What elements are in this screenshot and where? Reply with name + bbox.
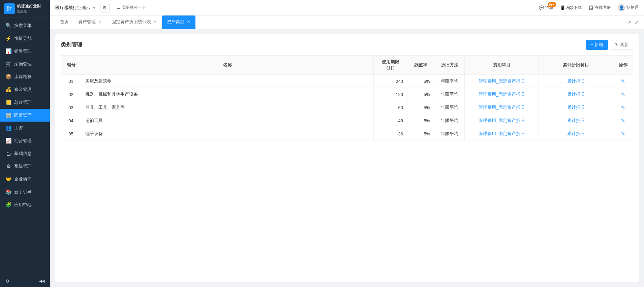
edit-btn-0[interactable]: ✎ [621, 78, 625, 84]
tab-depreciation-table[interactable]: 固定资产折旧统计表 ✕ [107, 15, 162, 29]
edit-btn-4[interactable]: ✎ [621, 131, 625, 136]
tab-close-all-icon[interactable]: ✕ [628, 20, 632, 25]
cell-name-1: 机器、机械和其他生产设备 [81, 88, 374, 101]
refresh-button[interactable]: ↻ 刷新 [611, 40, 633, 50]
sidebar-item-基础信息[interactable]: 🗂 基础信息 [0, 147, 50, 160]
refresh-icon: ↻ [615, 42, 619, 47]
sidebar-label-6: 总账管理 [14, 99, 32, 105]
cell-code-3: 04 [61, 114, 81, 127]
sidebar-item-资金管理[interactable]: 💰 资金管理 [0, 83, 50, 96]
tab-home[interactable]: 首页 [55, 15, 73, 29]
sidebar-label-5: 资金管理 [14, 87, 32, 93]
new-button[interactable]: + 新增 [586, 40, 608, 50]
col-header-action: 操作 [613, 56, 633, 75]
sidebar-label-12: 企业协同 [14, 176, 32, 182]
cell-expense-1: 管理费用_固定资产折旧 [465, 88, 539, 101]
col-header-code: 编号 [61, 56, 81, 75]
user-profile-btn[interactable]: 👤 畅捷通 [618, 4, 639, 11]
content-area: 类别管理 + 新增 ↻ 刷新 编号 名称 使用期限（月） 残值率 [50, 29, 644, 287]
sidebar-icon-9: 📈 [5, 138, 11, 144]
page-header: 类别管理 + 新增 ↻ 刷新 [61, 40, 633, 50]
cell-code-2: 03 [61, 101, 81, 114]
table-row: 02 机器、机械和其他生产设备 120 5% 年限平均 管理费用_固定资产折旧 … [61, 88, 633, 101]
col-header-accum: 累计折旧科目 [539, 56, 613, 75]
sidebar-item-固定资产[interactable]: 🏢 固定资产 [0, 109, 50, 122]
cell-period-4: 36 [374, 127, 407, 140]
cell-method-1: 年限平均 [434, 88, 465, 101]
sidebar-label-0: 搜索菜单 [14, 23, 32, 29]
sidebar-icon-10: 🗂 [5, 151, 11, 157]
tab-asset-management-label: 资产管理 [78, 19, 96, 25]
tab-asset-type[interactable]: 资产类型 ✕ [162, 15, 195, 29]
sidebar-item-经营管理[interactable]: 📈 经营管理 [0, 134, 50, 147]
tab-asset-management-close[interactable]: ✕ [98, 19, 102, 24]
cell-accum-0: 累计折旧 [539, 75, 613, 88]
col-header-period: 使用期限（月） [374, 56, 407, 75]
table-row: 01 房屋及建筑物 240 5% 年限平均 管理费用_固定资产折旧 累计折旧 ✎ [61, 75, 633, 88]
sidebar-icon-11: ⚙ [5, 163, 11, 169]
sidebar-footer: ⚙ ◀◀ [0, 275, 50, 287]
cell-period-3: 48 [374, 114, 407, 127]
cell-residual-1: 5% [407, 88, 434, 101]
edit-btn-2[interactable]: ✎ [621, 105, 625, 110]
logo-badge: 普及版 [17, 9, 41, 14]
tab-expand-icon[interactable]: ⤢ [635, 20, 639, 25]
sidebar-item-应用中心[interactable]: 🧩 应用中心 [0, 198, 50, 211]
cell-accum-3: 累计折旧 [539, 114, 613, 127]
sidebar-item-总账管理[interactable]: 📒 总账管理 [0, 96, 50, 109]
tab-asset-type-close[interactable]: ✕ [186, 19, 191, 24]
collapse-icon[interactable]: ◀◀ [39, 279, 44, 283]
sidebar-icon-4: 📦 [5, 74, 11, 80]
tab-home-label: 首页 [60, 19, 69, 25]
col-header-name: 名称 [81, 56, 374, 75]
sidebar-icon-5: 💰 [5, 87, 11, 93]
sidebar-item-工资[interactable]: 👥 工资 [0, 122, 50, 134]
tab-asset-management[interactable]: 资产管理 ✕ [73, 15, 107, 29]
module-selector[interactable]: 医疗器械行业演示 ▼ [55, 5, 96, 11]
sidebar-label-7: 固定资产 [14, 112, 32, 118]
mobile-icon: 📱 [560, 5, 565, 10]
experience-btn[interactable]: ☁ 我要体验一下 [116, 5, 146, 10]
tabs-bar: 首页 资产管理 ✕ 固定资产折旧统计表 ✕ 资产类型 ✕ ✕ ⤢ [50, 15, 644, 29]
settings-icon[interactable]: ⚙ [5, 279, 9, 284]
cell-action-4: ✎ [613, 127, 633, 140]
sidebar-item-搜索菜单[interactable]: 🔍 搜索菜单 [0, 19, 50, 32]
username-label: 畅捷通 [626, 5, 639, 10]
sidebar-item-快捷导航[interactable]: ⚡ 快捷导航 [0, 32, 50, 45]
cell-residual-4: 5% [407, 127, 434, 140]
cell-code-1: 02 [61, 88, 81, 101]
messages-btn[interactable]: 💬 消息 99+ [539, 5, 553, 10]
cell-residual-3: 5% [407, 114, 434, 127]
module-dropdown-arrow: ▼ [92, 6, 96, 10]
tab-depreciation-table-close[interactable]: ✕ [153, 19, 157, 24]
app-download-btn[interactable]: 📱 App下载 [560, 5, 582, 10]
sidebar-item-新手引导[interactable]: 📚 新手引导 [0, 186, 50, 198]
tabs-right-actions: ✕ ⤢ [628, 20, 639, 25]
cell-action-2: ✎ [613, 101, 633, 114]
cell-action-0: ✎ [613, 75, 633, 88]
sidebar-icon-14: 🧩 [5, 202, 11, 208]
cell-period-2: 60 [374, 101, 407, 114]
sidebar-icon-2: 📊 [5, 48, 11, 54]
sidebar-item-采购管理[interactable]: 🛒 采购管理 [0, 58, 50, 70]
sidebar-icon-6: 📒 [5, 99, 11, 105]
logo-title: 畅捷通好业财 [17, 4, 41, 9]
sidebar-item-系统管理[interactable]: ⚙ 系统管理 [0, 160, 50, 173]
cell-expense-3: 管理费用_固定资产折旧 [465, 114, 539, 127]
sidebar-item-库存核算[interactable]: 📦 库存核算 [0, 70, 50, 83]
sidebar-item-企业协同[interactable]: 🤝 企业协同 [0, 173, 50, 186]
customer-service-btn[interactable]: 🎧 在线客服 [588, 5, 611, 10]
cell-expense-0: 管理费用_固定资产折旧 [465, 75, 539, 88]
topbar-right: 💬 消息 99+ 📱 App下载 🎧 在线客服 👤 畅捷通 [539, 4, 639, 11]
cloud-icon: ☁ [116, 5, 120, 10]
sidebar-item-销售管理[interactable]: 📊 销售管理 [0, 45, 50, 58]
module-settings-btn[interactable]: ⚙ [100, 3, 110, 12]
cell-method-2: 年限平均 [434, 101, 465, 114]
edit-btn-1[interactable]: ✎ [621, 92, 625, 97]
category-table: 编号 名称 使用期限（月） 残值率 折旧方法 费用科目 累计折旧科目 操作 01… [61, 55, 633, 140]
cell-name-2: 器具、工具、家具等 [81, 101, 374, 114]
edit-btn-3[interactable]: ✎ [621, 118, 625, 123]
sidebar-icon-3: 🛒 [5, 61, 11, 67]
module-name: 医疗器械行业演示 [55, 5, 90, 11]
sidebar-nav: 🔍 搜索菜单 ⚡ 快捷导航 📊 销售管理 🛒 采购管理 📦 库存核算 💰 资金管… [0, 18, 50, 275]
